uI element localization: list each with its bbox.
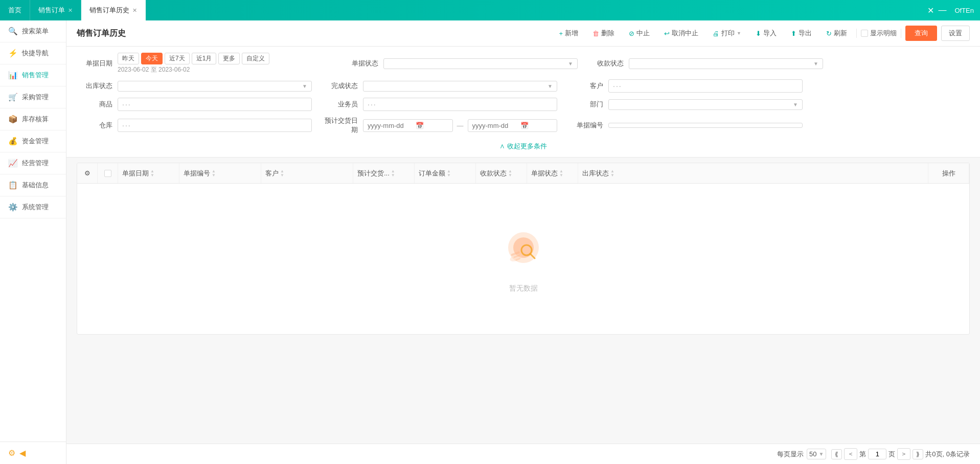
- import-button[interactable]: ⬇ 导入: [750, 26, 782, 40]
- no-sort-down: ▼: [212, 173, 216, 178]
- page-size-select[interactable]: 50 ▼: [807, 449, 826, 459]
- export-button[interactable]: ⬆ 导出: [786, 26, 817, 40]
- date-btn-1month[interactable]: 近1月: [192, 53, 217, 64]
- order-status-arrow: ▼: [568, 61, 573, 67]
- delivery-date-to-input[interactable]: 📅: [468, 119, 558, 132]
- delivery-date-to-field[interactable]: [472, 122, 518, 129]
- th-payment-status[interactable]: 收款状态 ▲ ▼: [476, 163, 527, 183]
- sidebar-item-capital[interactable]: 💰 资金管理: [0, 130, 66, 152]
- stock-sort-arrows: ▲ ▼: [610, 169, 614, 178]
- date-separator: —: [457, 122, 464, 129]
- th-customer[interactable]: 客户 ▲ ▼: [261, 163, 353, 183]
- th-date[interactable]: 单据日期 ▲ ▼: [118, 163, 179, 183]
- tab-sales-order-close[interactable]: ✕: [68, 7, 73, 14]
- goods-dots[interactable]: ···: [122, 100, 131, 108]
- sidebar-item-inventory-label: 库存核算: [22, 115, 49, 124]
- customer-label: 客户: [567, 81, 608, 91]
- sidebar-item-system[interactable]: ⚙️ 系统管理: [0, 196, 66, 218]
- page-first-btn[interactable]: ⟪: [831, 449, 842, 459]
- th-delivery[interactable]: 预计交货... ▲ ▼: [353, 163, 415, 183]
- query-button[interactable]: 查询: [905, 26, 937, 41]
- th-stock-status[interactable]: 出库状态 ▲ ▼: [578, 163, 928, 183]
- sidebar-item-search-menu[interactable]: 🔍 搜索菜单: [0, 20, 66, 42]
- th-no[interactable]: 单据编号 ▲ ▼: [179, 163, 261, 183]
- date-btn-more[interactable]: 更多: [218, 53, 240, 64]
- header-checkbox[interactable]: [104, 170, 111, 177]
- salesperson-dots[interactable]: ···: [368, 100, 377, 108]
- order-no-input[interactable]: [608, 123, 803, 128]
- stock-out-select[interactable]: ▼: [118, 81, 312, 92]
- dept-arrow: ▼: [793, 102, 798, 107]
- dept-control: ▼: [608, 99, 803, 110]
- settings-button[interactable]: 设置: [941, 26, 970, 41]
- order-no-label: 单据编号: [567, 121, 608, 130]
- date-btn-today[interactable]: 今天: [141, 53, 163, 64]
- delivery-date-from-input[interactable]: 📅: [363, 119, 453, 132]
- goods-select[interactable]: ···: [118, 98, 312, 111]
- sidebar-item-inventory[interactable]: 📦 库存核算: [0, 108, 66, 130]
- print-icon: 🖨: [713, 30, 719, 37]
- customer-select[interactable]: ···: [608, 79, 803, 93]
- tab-sales-order-history[interactable]: 销售订单历史 ✕: [81, 0, 146, 20]
- salesperson-select[interactable]: ···: [363, 98, 557, 111]
- collapse-row[interactable]: ∧ 收起更多条件: [77, 140, 970, 151]
- th-no-label: 单据编号: [184, 169, 210, 178]
- date-range-text: 2023-06-02 至 2023-06-02: [118, 65, 332, 74]
- window-minimize-btn[interactable]: —: [938, 6, 946, 15]
- sidebar-item-purchase[interactable]: 🛒 采购管理: [0, 86, 66, 108]
- calendar-to-icon: 📅: [520, 122, 529, 129]
- content-area: 销售订单历史 + 新增 🗑 删除 ⊘ 中止 ↩ 取消中止: [66, 20, 980, 464]
- sidebar-item-sales[interactable]: 📊 销售管理: [0, 64, 66, 86]
- display-toggle-label: 显示明细: [870, 29, 897, 38]
- table-header: ⚙ 单据日期 ▲ ▼ 单据编号: [77, 163, 969, 184]
- toolbar-divider2: [901, 29, 901, 38]
- print-label: 打印: [721, 29, 735, 38]
- print-arrow: ▼: [737, 31, 741, 36]
- window-close-btn[interactable]: ✕: [927, 6, 934, 15]
- th-gear[interactable]: ⚙: [77, 163, 98, 183]
- page-size-arrow: ▼: [818, 451, 824, 457]
- payment-status-select[interactable]: ▼: [629, 58, 823, 69]
- sidebar-settings-icon[interactable]: ⚙: [8, 448, 15, 458]
- customer-dots[interactable]: ···: [613, 82, 622, 90]
- page-title: 销售订单历史: [77, 28, 126, 39]
- tab-sales-order-history-close[interactable]: ✕: [132, 7, 137, 14]
- sidebar-item-quick-nav[interactable]: ⚡ 快捷导航: [0, 42, 66, 64]
- display-toggle[interactable]: 显示明细: [861, 29, 897, 38]
- date-btn-7days[interactable]: 近7天: [165, 53, 190, 64]
- dept-select[interactable]: ▼: [608, 99, 803, 110]
- page-input[interactable]: [868, 449, 886, 459]
- tab-sales-order[interactable]: 销售订单 ✕: [30, 0, 81, 20]
- sidebar-item-basic-info[interactable]: 📋 基础信息: [0, 174, 66, 196]
- page-next-btn[interactable]: ＞: [897, 448, 910, 460]
- sidebar-item-search-menu-label: 搜索菜单: [22, 27, 49, 36]
- th-order-status[interactable]: 单据状态 ▲ ▼: [527, 163, 578, 183]
- print-button[interactable]: 🖨 打印 ▼: [708, 26, 746, 40]
- display-toggle-checkbox[interactable]: [861, 30, 868, 37]
- order-status-select[interactable]: ▼: [383, 58, 578, 69]
- add-button[interactable]: + 新增: [554, 26, 583, 40]
- delete-button[interactable]: 🗑 删除: [587, 26, 620, 40]
- sidebar-collapse-icon[interactable]: ◀: [19, 448, 26, 458]
- delete-label: 删除: [601, 29, 614, 38]
- th-checkbox[interactable]: [98, 163, 118, 183]
- complete-status-select[interactable]: ▼: [363, 81, 557, 92]
- page-last-btn[interactable]: ⟫: [913, 449, 923, 459]
- th-amount[interactable]: 订单金额 ▲ ▼: [415, 163, 476, 183]
- cancel-stop-button[interactable]: ↩ 取消中止: [659, 26, 703, 40]
- export-label: 导出: [799, 29, 812, 38]
- date-btn-custom[interactable]: 自定义: [242, 53, 269, 64]
- warehouse-dots[interactable]: ···: [122, 121, 131, 129]
- tab-home[interactable]: 首页: [0, 0, 30, 20]
- refresh-button[interactable]: ↻ 刷新: [821, 26, 852, 40]
- warehouse-select[interactable]: ···: [118, 119, 312, 132]
- date-btn-yesterday[interactable]: 昨天: [118, 53, 139, 64]
- sidebar-item-operations[interactable]: 📈 经营管理: [0, 152, 66, 174]
- th-payment-label: 收款状态: [480, 169, 507, 178]
- delivery-date-from-field[interactable]: [368, 122, 414, 129]
- page-prev-btn[interactable]: ＜: [844, 448, 857, 460]
- inventory-icon: 📦: [8, 115, 18, 124]
- page-nav: ⟪ ＜ 第 页 ＞ ⟫ 共0页, 0条记录: [831, 448, 970, 460]
- stop-button[interactable]: ⊘ 中止: [624, 26, 655, 40]
- page-label: 第: [859, 450, 866, 459]
